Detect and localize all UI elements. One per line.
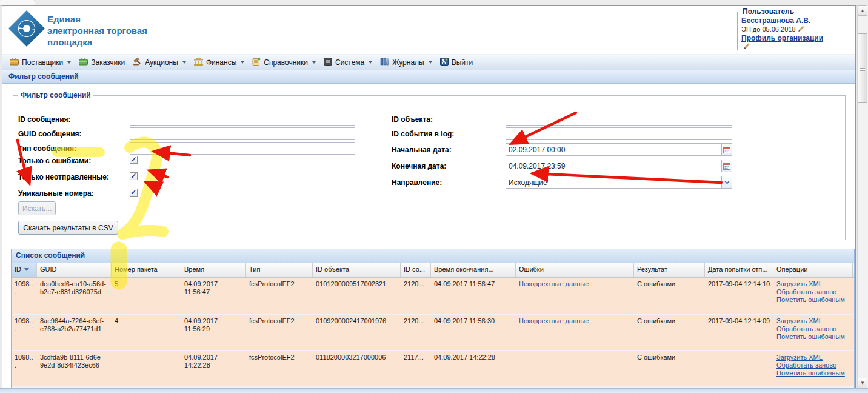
operation-link[interactable]: Пометить ошибочным <box>776 333 845 340</box>
messages-grid-panel: Список сообщений IDGUIDНомер пакетаВремя… <box>11 249 855 393</box>
filter-legend: Фильтр сообщений <box>18 91 93 99</box>
end-date-calendar-icon[interactable] <box>722 160 732 172</box>
dropdown-arrow-icon <box>67 61 71 64</box>
book-icon <box>252 58 261 67</box>
bottom-scrollbar-strip[interactable] <box>0 388 868 393</box>
edit-pencil-icon[interactable] <box>798 25 804 34</box>
org-profile-link[interactable]: Профиль организации <box>741 34 823 42</box>
message-type-input[interactable] <box>130 142 355 155</box>
dropdown-arrow-icon <box>312 61 316 64</box>
cell-id: 1098... <box>12 351 37 386</box>
cell-result: С ошибками <box>634 278 705 314</box>
cell-result: С ошибками <box>634 315 705 350</box>
message-row[interactable]: 1098...dea0bed6-ea10-a56d-b2c7-e831d3260… <box>12 278 854 315</box>
cell-event_id: 2120... <box>401 278 431 314</box>
page-title: Фильтр сообщений <box>2 70 855 84</box>
grid-header: IDGUIDНомер пакетаВремяТипID объектаID с… <box>12 263 854 278</box>
operation-link[interactable]: Обработать заново <box>776 325 836 332</box>
menu-item-journals[interactable]: Журналы <box>378 58 437 67</box>
column-header-операции[interactable]: Операции <box>773 263 853 277</box>
grid-title: Список сообщений <box>12 249 854 263</box>
edit-pencil-icon[interactable] <box>743 43 750 52</box>
message-id-label: ID сообщения: <box>18 115 71 124</box>
message-row[interactable]: 1098...3cdfda9b-8111-6d6e-9e2d-8d34f423e… <box>12 351 854 388</box>
menu-item-directories[interactable]: Справочники <box>250 58 321 67</box>
message-guid-label: GUID сообщения: <box>18 130 82 138</box>
column-header-дата-попытки-отп-[interactable]: Дата попытки отп... <box>705 263 773 277</box>
operation-link[interactable]: Загрузить XML <box>776 354 823 361</box>
cell-attempt <box>705 351 773 386</box>
object-id-label: ID объекта: <box>392 115 433 124</box>
column-header-тип[interactable]: Тип <box>246 263 313 277</box>
cell-errors <box>516 351 634 386</box>
scrollbar-thumb[interactable] <box>858 33 867 103</box>
direction-chevron-down-icon[interactable] <box>722 176 732 189</box>
menu-item-customers[interactable]: Заказчики <box>76 58 130 67</box>
exit-icon <box>440 58 449 67</box>
cell-event_id: 2120... <box>401 315 431 350</box>
cell-result: С ошибками <box>634 351 705 386</box>
cell-id: 1098... <box>12 315 37 350</box>
column-header-id-со-[interactable]: ID со... <box>401 263 431 277</box>
column-header-ошибки[interactable]: Ошибки <box>516 263 634 277</box>
start-date-label: Начальная дата: <box>392 146 452 154</box>
log-event-id-input[interactable] <box>506 127 732 140</box>
direction-select[interactable] <box>506 176 722 189</box>
logo-icon <box>7 9 46 48</box>
column-header-время[interactable]: Время <box>181 263 246 277</box>
message-id-input[interactable] <box>130 113 355 126</box>
menu-item-exit[interactable]: Выйти <box>438 58 479 67</box>
scroll-up-icon[interactable]: ▲ <box>858 5 867 16</box>
only-unsent-checkbox[interactable]: ✓ <box>130 172 138 180</box>
unique-numbers-checkbox[interactable]: ✓ <box>130 189 138 196</box>
cell-guid: 8ac9644a-7264-e6ef-e768-a2b2a77471d1 <box>37 315 112 350</box>
start-date-input[interactable] <box>506 143 722 156</box>
operation-link[interactable]: Обработать заново <box>776 361 836 369</box>
object-id-input[interactable] <box>506 113 732 126</box>
cell-guid: dea0bed6-ea10-a56d-b2c7-e831d326075d <box>37 278 112 314</box>
column-header-id[interactable]: ID <box>12 263 37 277</box>
download-csv-button[interactable]: Скачать результаты в CSV <box>18 221 118 235</box>
cell-end_time: 04.09.2017 14:22:28 <box>431 351 516 386</box>
cell-errors: Некорректные данные <box>516 278 634 314</box>
direction-label: Направление: <box>392 178 442 187</box>
bank-icon <box>194 58 203 67</box>
cell-type: fcsProtocolEF2 <box>246 278 313 314</box>
browser-tab[interactable] <box>0 0 35 5</box>
menu-item-finances[interactable]: Финансы <box>192 58 250 67</box>
error-link[interactable]: Некорректные данные <box>519 317 589 324</box>
operation-link[interactable]: Загрузить XML <box>776 280 823 287</box>
column-header-id-объекта[interactable]: ID объекта <box>313 263 401 277</box>
column-header-результат[interactable]: Результат <box>634 263 705 277</box>
operation-link[interactable]: Загрузить XML <box>776 317 823 324</box>
scroll-down-icon[interactable]: ▼ <box>858 378 867 388</box>
message-guid-input[interactable] <box>130 127 355 140</box>
journals-icon <box>380 58 389 67</box>
menu-item-suppliers[interactable]: Поставщики <box>7 58 76 67</box>
cell-errors: Некорректные данные <box>516 315 634 350</box>
only-errors-checkbox[interactable]: ✓ <box>130 156 138 164</box>
operation-link[interactable]: Пометить ошибочным <box>776 296 845 303</box>
cell-packet: 4 <box>112 315 181 350</box>
cell-guid: 3cdfda9b-8111-6d6e-9e2d-8d34f423ec66 <box>37 351 112 386</box>
end-date-input[interactable] <box>506 160 722 172</box>
cell-attempt: 2017-09-04 12:14:09 <box>705 315 773 350</box>
column-header-guid[interactable]: GUID <box>37 263 112 277</box>
gavel-icon <box>133 58 142 67</box>
only-unsent-label: Только неотправленные: <box>18 173 109 181</box>
column-header-номер-пакета[interactable]: Номер пакета <box>112 263 181 277</box>
message-row[interactable]: 1098...8ac9644a-7264-e6ef-e768-a2b2a7747… <box>12 315 854 351</box>
operation-link[interactable]: Обработать заново <box>776 288 836 295</box>
error-link[interactable]: Некорректные данные <box>519 280 589 287</box>
page-scrollbar[interactable]: ▲ ▼ <box>857 5 868 388</box>
user-name-link[interactable]: Бесстрашнова А.В. <box>741 16 810 25</box>
grid-body: 1098...dea0bed6-ea10-a56d-b2c7-e831d3260… <box>12 278 854 393</box>
search-button[interactable]: Искать... <box>18 201 56 215</box>
filter-panel: Фильтр сообщений Искать... Скачать резул… <box>13 91 846 240</box>
menu-item-auctions[interactable]: Аукционы <box>130 58 192 67</box>
start-date-calendar-icon[interactable] <box>722 143 732 156</box>
menu-item-system[interactable]: Система <box>321 58 378 67</box>
column-header-время-окончания-[interactable]: Время окончания... <box>431 263 516 277</box>
operation-link[interactable]: Пометить ошибочным <box>776 369 845 377</box>
cell-end_time: 04.09.2017 11:56:30 <box>431 315 516 350</box>
